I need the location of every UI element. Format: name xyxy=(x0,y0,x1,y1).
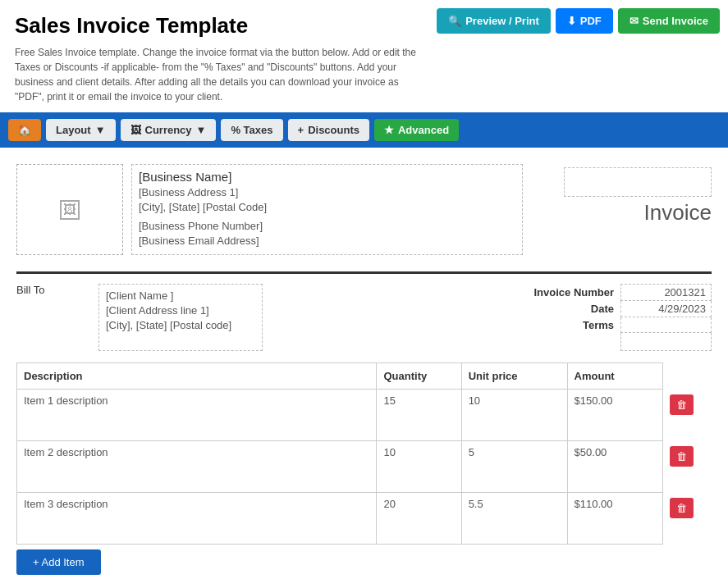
client-name[interactable]: [Client Name ] xyxy=(106,289,255,302)
email-icon: ✉ xyxy=(630,15,639,27)
table-row: Item 1 description 15 10 $150.00 🗑 xyxy=(17,390,712,441)
bill-to-label: Bill To xyxy=(16,284,90,351)
pdf-button[interactable]: ⬇ PDF xyxy=(556,8,613,34)
business-email[interactable]: [Business Email Address] xyxy=(139,235,515,247)
items-table: Description Quantity Unit price Amount I… xyxy=(16,362,712,545)
discounts-label: Discounts xyxy=(308,124,359,136)
business-address1[interactable]: [Business Address 1] xyxy=(139,186,515,198)
item-action-2: 🗑 xyxy=(662,493,711,545)
layout-label: Layout xyxy=(56,124,91,136)
send-invoice-button[interactable]: ✉ Send Invoice xyxy=(618,8,720,34)
item-unit-price-1[interactable]: 5 xyxy=(461,441,567,493)
extra-label xyxy=(530,333,620,351)
client-details-box[interactable]: [Client Name ] [Client Address line 1] [… xyxy=(98,284,263,351)
table-row: Item 2 description 10 5 $50.00 🗑 xyxy=(17,441,712,493)
item-action-0: 🗑 xyxy=(662,390,711,441)
add-item-button[interactable]: + Add Item xyxy=(16,549,101,575)
header-divider xyxy=(16,271,712,274)
home-button[interactable]: 🏠 xyxy=(8,119,41,141)
discounts-button[interactable]: + Discounts xyxy=(288,119,369,141)
advanced-button[interactable]: ★ Advanced xyxy=(374,119,459,141)
col-action xyxy=(662,363,711,390)
item-action-1: 🗑 xyxy=(662,441,711,493)
star-icon: ★ xyxy=(384,124,394,136)
item-amount-1: $50.00 xyxy=(567,441,662,493)
invoice-number-label: Invoice Number xyxy=(530,285,620,301)
date-label: Date xyxy=(530,301,620,317)
client-address1[interactable]: [Client Address line 1] xyxy=(106,304,255,317)
terms-label: Terms xyxy=(530,317,620,333)
currency-label: Currency xyxy=(145,124,192,136)
plus-icon: + xyxy=(298,124,304,136)
business-city-state[interactable]: [City], [State] [Postal Code] xyxy=(139,201,515,213)
download-icon: ⬇ xyxy=(567,15,576,27)
taxes-label: % Taxes xyxy=(231,124,272,136)
item-unit-price-2[interactable]: 5.5 xyxy=(461,493,567,545)
invoice-number-value[interactable]: 2001321 xyxy=(621,285,712,301)
business-details[interactable]: [Business Name] [Business Address 1] [Ci… xyxy=(131,164,523,255)
invoice-meta: Invoice Number 2001321 Date 4/29/2023 Te… xyxy=(530,284,712,351)
col-unit-price: Unit price xyxy=(461,363,567,390)
business-header: 🖼 [Business Name] [Business Address 1] [… xyxy=(16,156,712,263)
date-value[interactable]: 4/29/2023 xyxy=(621,301,712,317)
item-amount-2: $110.00 xyxy=(567,493,662,545)
invoice-title-box xyxy=(564,167,712,197)
col-quantity: Quantity xyxy=(377,363,461,390)
item-quantity-2[interactable]: 20 xyxy=(377,493,461,545)
item-amount-0: $150.00 xyxy=(567,390,662,441)
business-name[interactable]: [Business Name] xyxy=(139,170,515,184)
business-logo[interactable]: 🖼 xyxy=(16,164,123,255)
chevron-down-icon: ▼ xyxy=(95,124,106,136)
item-description-2[interactable]: Item 3 description xyxy=(17,493,377,545)
taxes-button[interactable]: % Taxes xyxy=(221,119,282,141)
chevron-down-icon-currency: ▼ xyxy=(196,124,207,136)
item-description-0[interactable]: Item 1 description xyxy=(17,390,377,441)
extra-value[interactable] xyxy=(621,333,712,351)
terms-value[interactable] xyxy=(621,317,712,333)
client-city-state[interactable]: [City], [State] [Postal code] xyxy=(106,319,255,331)
delete-item-1-button[interactable]: 🗑 xyxy=(670,446,694,467)
header-area: Sales Invoice Template Free Sales Invoic… xyxy=(0,0,728,112)
invoice-title-area: Invoice xyxy=(531,164,712,255)
add-item-row: + Add Item xyxy=(16,549,712,575)
item-unit-price-0[interactable]: 10 xyxy=(461,390,567,441)
bill-section: Bill To [Client Name ] [Client Address l… xyxy=(16,284,712,351)
item-description-1[interactable]: Item 2 description xyxy=(17,441,377,493)
item-quantity-1[interactable]: 10 xyxy=(377,441,461,493)
page-container: Sales Invoice Template Free Sales Invoic… xyxy=(0,0,728,588)
item-quantity-0[interactable]: 15 xyxy=(377,390,461,441)
page-description: Free Sales Invoice template. Change the … xyxy=(15,45,417,104)
col-amount: Amount xyxy=(567,363,662,390)
currency-icon: 🖼 xyxy=(130,124,141,136)
delete-item-0-button[interactable]: 🗑 xyxy=(670,394,694,415)
business-phone[interactable]: [Business Phone Number] xyxy=(139,220,515,232)
currency-button[interactable]: 🖼 Currency ▼ xyxy=(121,119,217,141)
invoice-title-text: Invoice xyxy=(644,200,712,226)
logo-placeholder-icon: 🖼 xyxy=(60,200,80,220)
layout-button[interactable]: Layout ▼ xyxy=(46,119,116,141)
toolbar: 🏠 Layout ▼ 🖼 Currency ▼ % Taxes + Discou… xyxy=(0,112,728,148)
preview-icon: 🔍 xyxy=(448,15,461,27)
preview-print-button[interactable]: 🔍 Preview / Print xyxy=(437,8,551,34)
table-row: Item 3 description 20 5.5 $110.00 🗑 xyxy=(17,493,712,545)
col-description: Description xyxy=(17,363,377,390)
delete-item-2-button[interactable]: 🗑 xyxy=(670,498,694,518)
advanced-label: Advanced xyxy=(398,124,449,136)
action-buttons: 🔍 Preview / Print ⬇ PDF ✉ Send Invoice xyxy=(437,8,720,34)
invoice-area: 🖼 [Business Name] [Business Address 1] [… xyxy=(0,148,728,588)
